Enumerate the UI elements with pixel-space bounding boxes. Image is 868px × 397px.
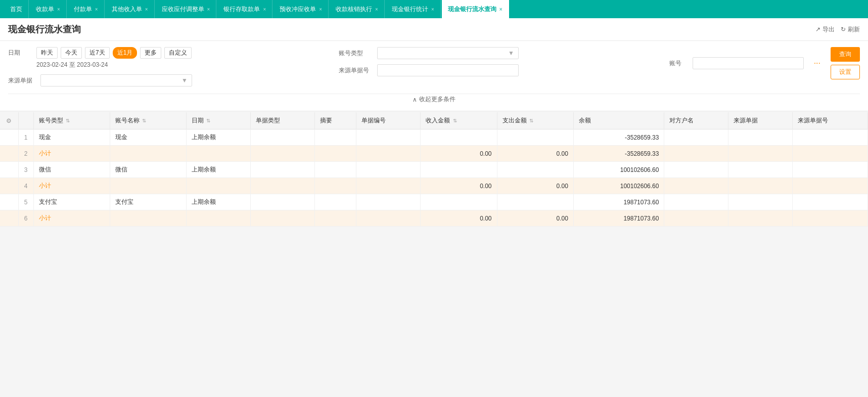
table-cell [250,129,314,146]
date-more[interactable]: 更多 [140,47,161,59]
table-cell: 0.00 [421,210,497,227]
table-cell [728,162,793,178]
header-actions: ↗ 导出 ↻ 刷新 [815,25,860,34]
table-cell [421,194,497,210]
close-icon[interactable]: × [263,7,266,12]
nav-tab-6[interactable]: 收款核销执行 × [330,0,385,18]
table-cell [793,178,868,194]
col-source-doc: 来源单据 [728,112,793,129]
table-row: 1现金现金上期余额-3528659.33 [0,129,868,146]
table-cell: 0.00 [497,210,573,227]
table-cell [664,210,728,227]
table-cell: 0.00 [421,178,497,194]
date-filter-label: 日期 [8,49,28,57]
col-account-type[interactable]: 账号类型 ⇅ [33,112,110,129]
date-today[interactable]: 今天 [61,47,82,59]
table-row: 4小计0.000.00100102606.60 [0,178,868,194]
table-row: 6小计0.000.0019871073.60 [0,210,868,227]
table-cell [421,129,497,146]
col-date[interactable]: 日期 ⇅ [187,112,251,129]
table-cell [110,146,186,162]
nav-tab-label-5: 预收冲应收单 [280,5,316,14]
table-cell [421,162,497,178]
close-icon[interactable]: × [95,7,98,12]
table-cell [250,146,314,162]
table-cell [314,178,356,194]
nav-tab-5[interactable]: 预收冲应收单 × [273,0,329,18]
refresh-icon: ↻ [841,26,846,33]
table-cell: 19871073.60 [573,194,664,210]
nav-tab-label-7: 现金银行统计 [392,5,428,14]
table-cell [356,146,421,162]
nav-tab-home[interactable]: 首页 [4,0,29,18]
date-range-display: 2023-02-24 至 2023-03-24 [36,61,108,69]
source-doc-label: 来源单据 [8,76,32,85]
col-expense[interactable]: 支出金额 ⇅ [497,112,573,129]
table-cell: 0.00 [497,146,573,162]
nav-tab-0[interactable]: 收款单 × [30,0,67,18]
col-account-name[interactable]: 账号名称 ⇅ [110,112,186,129]
col-doc-num: 单据编号 [356,112,421,129]
table-cell [356,210,421,227]
date-yesterday[interactable]: 昨天 [36,47,58,59]
close-icon[interactable]: × [319,7,322,12]
account-input[interactable] [693,57,804,69]
col-summary: 摘要 [314,112,356,129]
nav-tab-2[interactable]: 其他收入单 × [106,0,155,18]
source-doc-select[interactable]: ▼ [40,74,192,86]
table-cell [793,162,868,178]
nav-tab-4[interactable]: 银行存取款单 × [217,0,272,18]
nav-tab-3[interactable]: 应收应付调整单 × [156,0,217,18]
close-icon[interactable]: × [499,7,502,12]
more-options-icon[interactable]: ··· [812,59,823,68]
table-cell: 0.00 [421,146,497,162]
table-cell [314,162,356,178]
sort-icon: ⇅ [529,118,533,123]
col-settings[interactable]: ⚙ [0,112,18,129]
table-cell [356,162,421,178]
col-income[interactable]: 收入金额 ⇅ [421,112,497,129]
refresh-label: 刷新 [848,25,860,34]
query-button[interactable]: 查询 [831,47,860,62]
source-doc-num-input[interactable] [377,64,519,76]
date-1month[interactable]: 近1月 [113,47,138,59]
table-cell [110,210,186,227]
table-cell [497,129,573,146]
collapse-button[interactable]: ∧ 收起更多条件 [8,94,860,105]
date-7days[interactable]: 近7天 [85,47,110,59]
filter-row-date: 日期 昨天 今天 近7天 近1月 更多 自定义 [8,47,327,59]
export-button[interactable]: ↗ 导出 [815,25,835,34]
close-icon[interactable]: × [431,7,434,12]
export-icon: ↗ [815,26,820,33]
table-cell [250,210,314,227]
close-icon[interactable]: × [57,7,60,12]
date-custom[interactable]: 自定义 [164,47,192,59]
close-icon[interactable]: × [375,7,378,12]
source-doc-num-label: 来源单据号 [339,66,369,75]
nav-tab-8[interactable]: 现金银行流水查询 × [442,0,509,18]
export-label: 导出 [823,25,835,34]
sort-icon: ⇅ [453,118,457,123]
table-cell: -3528659.33 [573,146,664,162]
data-table-container: ⚙ 账号类型 ⇅ 账号名称 ⇅ 日期 ⇅ 单据类型 摘要 单据编号 [0,112,868,227]
chevron-down-icon: ▼ [508,50,514,57]
close-icon[interactable]: × [145,7,148,12]
refresh-button[interactable]: ↻ 刷新 [841,25,860,34]
data-table: ⚙ 账号类型 ⇅ 账号名称 ⇅ 日期 ⇅ 单据类型 摘要 单据编号 [0,112,868,227]
filter-row-account-type: 账号类型 ▼ [339,47,657,59]
account-type-select[interactable]: ▼ [377,47,519,59]
table-cell: 小计 [33,210,110,227]
nav-tab-7[interactable]: 现金银行统计 × [386,0,441,18]
page-header: 现金银行流水查询 ↗ 导出 ↻ 刷新 [0,18,868,41]
table-cell [0,194,18,210]
gear-icon[interactable]: ⚙ [6,117,12,124]
close-icon[interactable]: × [207,7,210,12]
table-cell [356,129,421,146]
settings-button[interactable]: 设置 [831,65,860,79]
table-cell [728,129,793,146]
table-cell: 100102606.60 [573,178,664,194]
table-cell [250,162,314,178]
nav-tab-1[interactable]: 付款单 × [68,0,105,18]
filter-row-source: 来源单据 ▼ [8,74,327,86]
table-cell: 上期余额 [187,129,251,146]
